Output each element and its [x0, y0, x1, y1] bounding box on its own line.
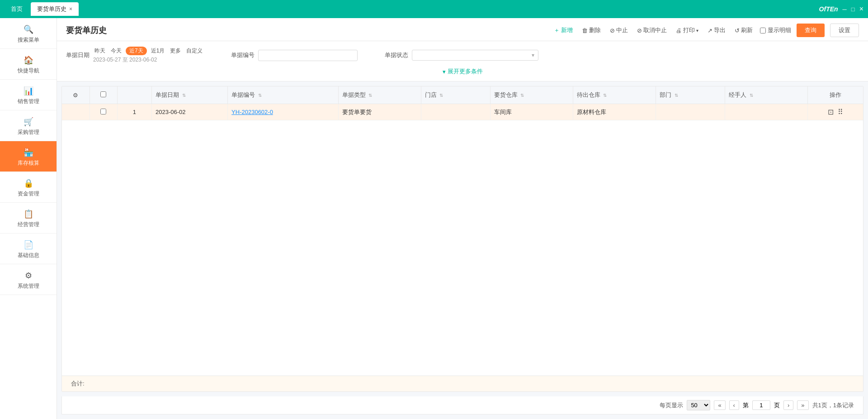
- status-select[interactable]: ▾: [412, 50, 538, 61]
- shortcut-custom[interactable]: 自定义: [185, 47, 204, 55]
- col-code-label: 单据编号: [231, 91, 255, 98]
- stop-label: 中止: [616, 26, 628, 34]
- cancel-stop-icon: ⊘: [637, 27, 642, 34]
- col-code-sort-icon: ⇅: [258, 93, 262, 98]
- row-checkbox[interactable]: [100, 109, 106, 114]
- expand-more-btn[interactable]: ▾ 展开更多条件: [66, 67, 859, 76]
- tab-home[interactable]: 首页: [5, 2, 29, 16]
- last-page-btn[interactable]: »: [797, 400, 808, 410]
- col-dept-sort-icon: ⇅: [675, 93, 678, 98]
- page-input[interactable]: [752, 400, 770, 410]
- add-icon: ＋: [554, 26, 560, 34]
- tab-requisition-history[interactable]: 要货单历史 ×: [31, 2, 79, 16]
- col-date-sort-icon: ⇅: [182, 93, 186, 98]
- shortcut-1month[interactable]: 近1月: [150, 47, 166, 55]
- cancel-stop-button[interactable]: ⊘ 取消中止: [635, 25, 669, 35]
- col-dept-header[interactable]: 部门 ⇅: [656, 86, 725, 104]
- bill-no-input[interactable]: [258, 50, 358, 61]
- col-wait-wh-label: 待出仓库: [577, 91, 600, 98]
- sidebar-item-purchase[interactable]: 🛒 采购管理: [0, 110, 57, 141]
- export-icon: ↗: [708, 27, 712, 34]
- sidebar-item-operations[interactable]: 📋 经营管理: [0, 203, 57, 233]
- home-icon: 🏠: [24, 55, 33, 65]
- brand-text: OfTEn: [819, 5, 838, 13]
- filter-area: 单据日期 昨天 今天 近7天 近1月 更多 自定义 2023-05-27 至 2…: [57, 41, 868, 81]
- cancel-stop-label: 取消中止: [643, 26, 667, 34]
- sidebar-item-basic-info[interactable]: 📄 基础信息: [0, 233, 57, 264]
- refresh-icon: ↺: [735, 27, 740, 34]
- search-icon: 🔍: [24, 24, 33, 34]
- col-settings[interactable]: ⚙: [62, 86, 90, 104]
- col-date-header[interactable]: 单据日期 ⇅: [152, 86, 228, 104]
- row-no-value: 1: [133, 109, 136, 115]
- operations-icon: 📋: [24, 209, 33, 219]
- row-checkbox-cell: [90, 104, 117, 120]
- sidebar-item-operations-label: 经营管理: [18, 221, 39, 229]
- filter-row: 单据日期 昨天 今天 近7天 近1月 更多 自定义 2023-05-27 至 2…: [66, 47, 859, 64]
- display-detail-label: 显示明细: [768, 26, 791, 34]
- add-button[interactable]: ＋ 新增: [552, 25, 575, 35]
- row-req-wh-value: 车间库: [494, 109, 512, 115]
- page-header: 要货单历史 ＋ 新增 🗑 删除 ⊘ 中止 ⊘ 取消中止: [57, 18, 868, 41]
- inventory-icon: 🏪: [24, 148, 33, 157]
- sidebar-item-search[interactable]: 🔍 搜索菜单: [0, 18, 57, 49]
- window-close-btn[interactable]: ×: [859, 5, 863, 13]
- basic-info-icon: 📄: [24, 240, 33, 250]
- sidebar-item-basic-info-label: 基础信息: [18, 252, 39, 259]
- row-dept: [656, 104, 725, 120]
- refresh-button[interactable]: ↺ 刷新: [733, 25, 755, 35]
- shortcut-yesterday[interactable]: 昨天: [93, 47, 107, 55]
- row-req-wh: 车间库: [490, 104, 573, 120]
- prev-page-btn[interactable]: ‹: [729, 400, 739, 410]
- date-range-display: 2023-05-27 至 2023-06-02: [93, 56, 204, 64]
- sidebar-item-inventory-label: 库存核算: [18, 159, 39, 167]
- page-title: 要货单历史: [66, 25, 107, 36]
- export-button[interactable]: ↗ 导出: [706, 25, 727, 35]
- sidebar-item-sales-label: 销售管理: [18, 98, 39, 105]
- display-detail-checkbox-wrapper[interactable]: 显示明细: [760, 26, 791, 34]
- shortcut-7days[interactable]: 近7天: [126, 47, 147, 55]
- page-total-info: 共1页，1条记录: [812, 401, 854, 409]
- col-type-label: 单据类型: [342, 91, 366, 98]
- select-all-checkbox[interactable]: [100, 91, 106, 97]
- tab-close-icon[interactable]: ×: [69, 6, 72, 12]
- first-page-btn[interactable]: «: [714, 400, 725, 410]
- col-req-wh-header[interactable]: 要货仓库 ⇅: [490, 86, 573, 104]
- tab-requisition-label: 要货单历史: [37, 5, 66, 13]
- shortcut-today[interactable]: 今天: [109, 47, 123, 55]
- sidebar-item-finance[interactable]: 🔒 资金管理: [0, 172, 57, 203]
- data-table: ⚙ 单据日期 ⇅ 单据编号 ⇅: [62, 86, 863, 120]
- col-code-header[interactable]: 单据编号 ⇅: [228, 86, 338, 104]
- display-detail-checkbox[interactable]: [760, 28, 766, 33]
- sidebar-item-quick-nav[interactable]: 🏠 快捷导航: [0, 49, 57, 80]
- shortcut-more[interactable]: 更多: [169, 47, 182, 55]
- stop-button[interactable]: ⊘ 中止: [608, 25, 630, 35]
- col-handler-label: 经手人: [729, 91, 746, 98]
- col-wait-wh-header[interactable]: 待出仓库 ⇅: [573, 86, 656, 104]
- sidebar-item-inventory[interactable]: 🏪 库存核算: [0, 141, 57, 172]
- sales-icon: 📊: [24, 86, 33, 96]
- row-code-link[interactable]: YH-20230602-0: [231, 109, 273, 115]
- delete-button[interactable]: 🗑 删除: [580, 25, 603, 35]
- settings-button[interactable]: 设置: [830, 24, 859, 37]
- sidebar-item-search-label: 搜索菜单: [18, 36, 39, 44]
- delete-icon: 🗑: [582, 27, 588, 34]
- col-type-header[interactable]: 单据类型 ⇅: [338, 86, 421, 104]
- print-button[interactable]: 🖨 打印 ▾: [674, 25, 700, 35]
- minimize-btn[interactable]: ─: [843, 6, 847, 13]
- next-page-btn[interactable]: ›: [783, 400, 793, 410]
- row-wait-wh: 原材料仓库: [573, 104, 656, 120]
- sidebar-item-system[interactable]: ⚙ 系统管理: [0, 264, 57, 295]
- sidebar-item-sales[interactable]: 📊 销售管理: [0, 80, 57, 110]
- row-more-icon[interactable]: ⠿: [838, 108, 843, 116]
- maximize-btn[interactable]: □: [851, 6, 855, 13]
- finance-icon: 🔒: [24, 178, 33, 188]
- row-view-icon[interactable]: ⊡: [828, 108, 834, 116]
- status-label: 单据状态: [385, 51, 408, 59]
- page-label: 第: [743, 401, 749, 409]
- query-button[interactable]: 查询: [797, 24, 825, 37]
- page-size-select[interactable]: 50 100: [687, 400, 710, 410]
- sidebar-item-system-label: 系统管理: [18, 282, 39, 290]
- col-handler-header[interactable]: 经手人 ⇅: [725, 86, 807, 104]
- col-store-header[interactable]: 门店 ⇅: [421, 86, 490, 104]
